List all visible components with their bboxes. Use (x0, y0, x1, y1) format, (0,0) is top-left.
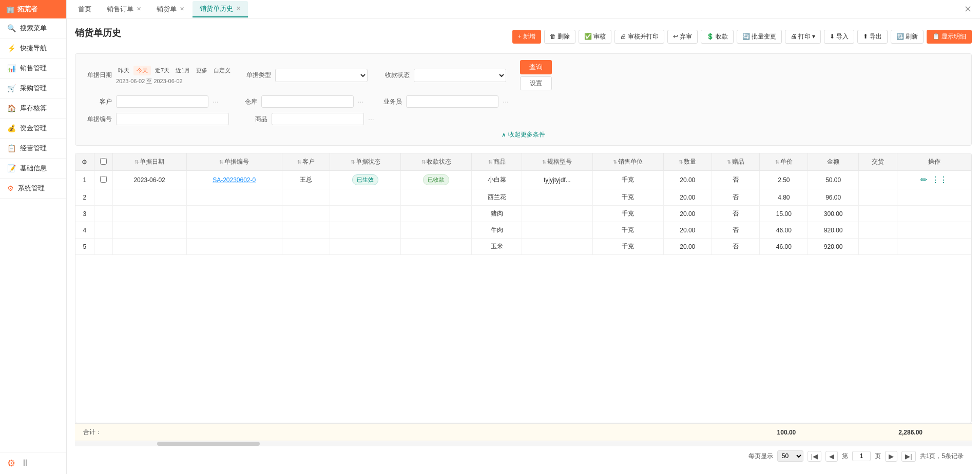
warehouse-more-btn[interactable]: ··· (358, 97, 364, 106)
row-no: 5 (75, 239, 94, 255)
tab-sales-goods[interactable]: 销货单 ✕ (149, 2, 191, 17)
date-today-btn[interactable]: 今天 (133, 66, 151, 75)
sidebar-item-purchase-mgmt[interactable]: 🛒 采购管理 (0, 78, 66, 98)
row-doc-status (330, 206, 401, 222)
purchase-mgmt-icon: 🛒 (7, 84, 16, 92)
page-number-input[interactable] (852, 451, 871, 461)
gear-icon[interactable]: ⚙ (82, 159, 87, 166)
sidebar-item-capital-mgmt[interactable]: 💰 资金管理 (0, 118, 66, 139)
page-content: 销货单历史 + 新增 🗑 删除 ✅ 审核 🖨 审核并打印 ↩ 弃审 (67, 18, 980, 474)
date-custom-btn[interactable]: 自定义 (212, 66, 233, 75)
row-operation[interactable]: ✏⋮⋮ (897, 171, 971, 189)
per-page-select[interactable]: 50 20 100 (777, 450, 803, 462)
sidebar-title: 拓荒者 (17, 5, 37, 14)
ops-mgmt-icon: 📋 (7, 144, 16, 152)
query-button[interactable]: 查询 (520, 60, 552, 74)
order-no-link[interactable]: SA-20230602-0 (213, 176, 256, 184)
row-check[interactable] (94, 171, 112, 189)
first-page-btn[interactable]: |◀ (808, 451, 821, 462)
prev-page-btn[interactable]: ◀ (825, 451, 838, 462)
close-tab-sales-history-icon[interactable]: ✕ (236, 5, 241, 12)
sidebar-item-inventory[interactable]: 🏠 库存核算 (0, 98, 66, 118)
salesperson-filter-input[interactable] (406, 95, 498, 108)
review-button[interactable]: ✅ 审核 (579, 30, 611, 44)
new-button[interactable]: + 新增 (512, 30, 541, 44)
sidebar-item-search-menu[interactable]: 🔍 搜索菜单 (0, 18, 66, 38)
sidebar-item-sys-mgmt[interactable]: ⚙ 系统管理 (0, 179, 66, 199)
filter-row-3: 单据编号 商品 ··· (84, 113, 963, 125)
horizontal-scrollbar[interactable] (75, 441, 972, 446)
row-gift: 否 (712, 171, 760, 189)
tab-sales-order[interactable]: 销售订单 ✕ (100, 2, 148, 17)
row-customer (282, 189, 330, 206)
capital-mgmt-icon: 💰 (7, 124, 16, 132)
print-button[interactable]: 🖨 打印 ▾ (785, 30, 821, 44)
review-icon: ✅ (584, 33, 592, 40)
table-body: 12023-06-02SA-20230602-0王总已生效已收款小白菜tyjyj… (75, 171, 971, 255)
row-doc-status (330, 239, 401, 255)
type-filter-select[interactable] (275, 69, 368, 82)
row-date (112, 206, 186, 222)
pay-status-filter-select[interactable] (414, 69, 506, 82)
date-more-btn[interactable]: 更多 (194, 66, 209, 75)
search-menu-icon: 🔍 (7, 24, 16, 32)
sidebar-item-sales-mgmt[interactable]: 📊 销售管理 (0, 58, 66, 78)
row-amount: 96.00 (808, 189, 859, 206)
th-qty: ⇅数量 (663, 153, 712, 171)
row-price: 2.50 (760, 171, 808, 189)
tab-bar-close-all[interactable]: ✕ (960, 4, 976, 15)
scrollbar-thumb[interactable] (157, 442, 260, 446)
quick-nav-icon: ⚡ (7, 44, 16, 52)
review-print-button[interactable]: 🖨 审核并打印 (614, 30, 664, 44)
refresh-button[interactable]: 🔃 刷新 (891, 30, 924, 44)
row-doc-status (330, 222, 401, 239)
settings-button[interactable]: 设置 (520, 76, 552, 90)
date-7days-btn[interactable]: 近7天 (153, 66, 171, 75)
row-checkbox[interactable] (100, 176, 107, 183)
date-yesterday-btn[interactable]: 昨天 (116, 66, 131, 75)
salesperson-more-btn[interactable]: ··· (503, 97, 509, 106)
goods-filter-input[interactable] (272, 113, 364, 125)
import-button[interactable]: ⬇ 导入 (824, 30, 854, 44)
sidebar-item-ops-mgmt[interactable]: 📋 经营管理 (0, 139, 66, 159)
tab-home[interactable]: 首页 (71, 2, 99, 17)
customer-more-btn[interactable]: ··· (213, 97, 219, 106)
customer-filter-input[interactable] (116, 95, 208, 108)
next-page-btn[interactable]: ▶ (885, 451, 897, 462)
abandon-button[interactable]: ↩ 弃审 (667, 30, 698, 44)
goods-more-btn[interactable]: ··· (368, 115, 374, 123)
order-no-filter-label: 单据编号 (84, 115, 112, 124)
collapse-filter-btn[interactable]: ∧ 收起更多条件 (84, 130, 963, 139)
salesperson-filter-label: 业务员 (374, 97, 402, 106)
summary-label: 合计： (83, 428, 102, 437)
close-tab-sales-order-icon[interactable]: ✕ (137, 6, 141, 12)
select-all-checkbox[interactable] (100, 158, 107, 165)
sidebar-item-quick-nav[interactable]: ⚡ 快捷导航 (0, 38, 66, 58)
edit-op-btn[interactable]: ✏ (920, 175, 927, 184)
row-price: 46.00 (760, 239, 808, 255)
more-op-btn[interactable]: ⋮⋮ (931, 175, 948, 184)
row-pay-status (401, 222, 472, 239)
tab-sales-history[interactable]: 销货单历史 ✕ (193, 1, 248, 17)
delete-button[interactable]: 🗑 删除 (544, 30, 575, 44)
row-gift: 否 (712, 239, 760, 255)
last-page-btn[interactable]: ▶| (901, 451, 915, 462)
row-delivery (859, 239, 897, 255)
row-order-no: SA-20230602-0 (186, 171, 282, 189)
per-page-label: 每页显示 (748, 452, 773, 461)
show-detail-button[interactable]: 📋 显示明细 (927, 30, 972, 44)
sidebar-item-basic-info[interactable]: 📝 基础信息 (0, 159, 66, 179)
date-1month-btn[interactable]: 近1月 (174, 66, 192, 75)
batch-change-button[interactable]: 🔄 批量变更 (737, 30, 782, 44)
show-detail-label: 显示明细 (941, 32, 966, 41)
export-button[interactable]: ⬆ 导出 (857, 30, 888, 44)
warehouse-filter-input[interactable] (261, 95, 354, 108)
filter-group-salesperson: 业务员 ··· (374, 95, 509, 108)
row-gift: 否 (712, 222, 760, 239)
order-no-filter-input[interactable] (116, 113, 229, 125)
close-tab-sales-goods-icon[interactable]: ✕ (180, 6, 184, 12)
th-check (94, 153, 112, 171)
collect-button[interactable]: 💲 收款 (701, 30, 734, 44)
row-customer (282, 239, 330, 255)
toolbar: + 新增 🗑 删除 ✅ 审核 🖨 审核并打印 ↩ 弃审 (512, 30, 972, 44)
